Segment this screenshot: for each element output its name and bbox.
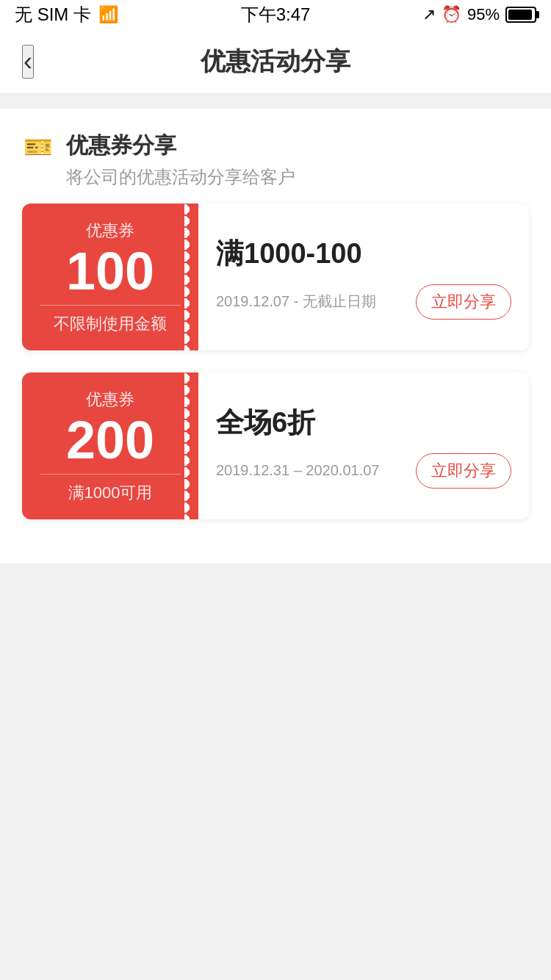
share-button-2[interactable]: 立即分享 [416, 453, 511, 489]
coupon-left-2: 优惠券 200 满1000可用 [22, 372, 198, 519]
battery-icon [505, 7, 536, 23]
coupon-type-1: 优惠券 [86, 220, 134, 242]
bottom-background [0, 563, 551, 931]
coupon-card-2: 优惠券 200 满1000可用 全场6折 2019.12.31 – 2020.0… [22, 372, 529, 519]
coupon-amount-1: 100 [66, 245, 154, 298]
section-text-group: 优惠券分享 将公司的优惠活动分享给客户 [66, 131, 295, 189]
coupon-amount-2: 200 [66, 414, 154, 466]
coupon-left-1: 优惠券 100 不限制使用金额 [22, 203, 198, 350]
section-header: 🎫 优惠券分享 将公司的优惠活动分享给客户 [0, 109, 551, 203]
coupon-type-2: 优惠券 [86, 389, 134, 411]
battery-percent: 95% [467, 5, 500, 24]
share-button-1[interactable]: 立即分享 [416, 284, 511, 320]
section-subtitle: 将公司的优惠活动分享给客户 [66, 165, 295, 189]
page-title: 优惠活动分享 [201, 45, 350, 79]
coupon-date-share-1: 2019.12.07 - 无截止日期 立即分享 [216, 284, 511, 320]
nav-bar: ‹ 优惠活动分享 [0, 29, 551, 94]
coupon-section-icon: 🎫 [22, 131, 54, 163]
coupon-card-1: 优惠券 100 不限制使用金额 满1000-100 2019.12.07 - 无… [22, 203, 529, 350]
coupon-condition-2: 满1000可用 [68, 482, 153, 504]
coupon-date-2: 2019.12.31 – 2020.01.07 [216, 462, 408, 479]
coupon-list: 优惠券 100 不限制使用金额 满1000-100 2019.12.07 - 无… [0, 203, 551, 563]
alarm-icon: ⏰ [442, 5, 461, 24]
coupon-name-1: 满1000-100 [216, 235, 511, 273]
status-time: 下午3:47 [241, 3, 311, 26]
coupon-name-2: 全场6折 [216, 404, 511, 442]
back-button[interactable]: ‹ [22, 45, 34, 79]
status-right: ↗ ⏰ 95% [422, 5, 536, 24]
location-icon: ↗ [422, 5, 436, 24]
coupon-right-2: 全场6折 2019.12.31 – 2020.01.07 立即分享 [198, 372, 529, 519]
coupon-divider-2 [40, 474, 181, 475]
status-bar: 无 SIM 卡 📶 下午3:47 ↗ ⏰ 95% [0, 0, 551, 29]
section-title: 优惠券分享 [66, 131, 295, 161]
top-divider [0, 94, 551, 109]
wifi-icon: 📶 [98, 5, 118, 24]
coupon-right-1: 满1000-100 2019.12.07 - 无截止日期 立即分享 [198, 203, 529, 350]
coupon-condition-1: 不限制使用金额 [54, 313, 167, 335]
coupon-date-share-2: 2019.12.31 – 2020.01.07 立即分享 [216, 453, 511, 489]
coupon-date-1: 2019.12.07 - 无截止日期 [216, 292, 408, 311]
carrier-text: 无 SIM 卡 [15, 3, 91, 26]
status-left: 无 SIM 卡 📶 [15, 3, 118, 26]
coupon-divider-1 [40, 305, 181, 306]
